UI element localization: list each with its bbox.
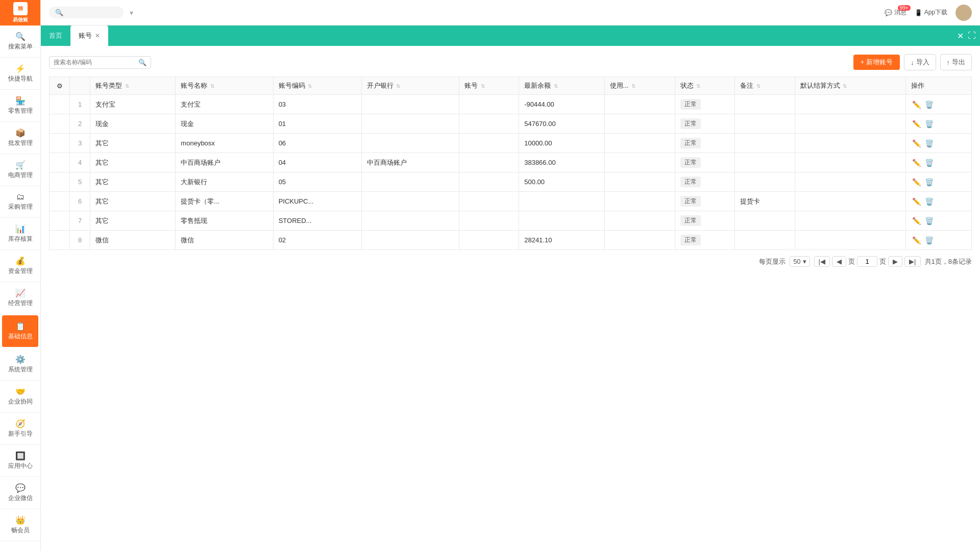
tab-account[interactable]: 账号 ✕ (70, 26, 108, 46)
sidebar-item-search-menu[interactable]: 🔍搜索菜单 (0, 26, 40, 58)
row-bank-cell (361, 114, 459, 134)
sidebar-item-vip-member[interactable]: 👑畅会员 (0, 509, 40, 541)
export-label: 导出 (952, 58, 965, 67)
status-badge: 正常 (680, 138, 701, 148)
status-badge: 正常 (680, 157, 701, 168)
avatar[interactable] (955, 5, 972, 21)
row-edit-button[interactable]: ✏️ (911, 177, 922, 187)
row-delete-button[interactable]: 🗑️ (924, 235, 935, 245)
topbar-search-input[interactable] (66, 9, 117, 16)
row-delete-button[interactable]: 🗑️ (924, 99, 935, 110)
tab-home[interactable]: 首页 (41, 26, 70, 46)
row-delete-button[interactable]: 🗑️ (924, 196, 935, 207)
page-last-button[interactable]: ▶| (904, 256, 920, 267)
tab-account-close[interactable]: ✕ (95, 33, 100, 39)
sidebar-item-system-mgmt[interactable]: ⚙️系统管理 (0, 348, 40, 381)
col-account[interactable]: 账号 ⇅ (459, 77, 519, 95)
topbar-dropdown-icon[interactable]: ▾ (130, 9, 133, 17)
status-badge: 正常 (680, 235, 701, 245)
sidebar-item-retail-mgmt[interactable]: 🏪零售管理 (0, 90, 40, 122)
page-prev-button[interactable]: ◀ (832, 256, 846, 267)
col-code[interactable]: 账号编码 ⇅ (273, 77, 361, 95)
row-delete-button[interactable]: 🗑️ (924, 119, 935, 129)
tab-minimize-icon[interactable]: ✕ (957, 31, 964, 41)
row-edit-button[interactable]: ✏️ (911, 235, 922, 245)
purchase-mgmt-icon: 🗂 (4, 192, 36, 202)
sidebar-item-ecommerce-mgmt[interactable]: 🛒电商管理 (0, 154, 40, 186)
sidebar-item-corp-agreement[interactable]: 🤝企业协同 (0, 381, 40, 413)
page-total-label: 共1页，8条记录 (925, 257, 972, 266)
row-edit-button[interactable]: ✏️ (911, 99, 922, 110)
topbar: 🔍 ▾ 💬 消息 99+ 📱 App下载 (41, 0, 980, 26)
page-size-select[interactable]: 50 ▾ (790, 256, 810, 267)
sidebar-item-basic-info[interactable]: 📋基础信息 (2, 315, 38, 347)
col-num (70, 77, 90, 95)
row-delete-button[interactable]: 🗑️ (924, 177, 935, 187)
sidebar-item-new-guide[interactable]: 🧭新手引导 (0, 413, 40, 445)
row-bank-cell (361, 134, 459, 153)
content-area: 🔍 + 新增账号 ↓ 导入 ↑ 导出 ⚙ 账号类型 ⇅ (41, 46, 980, 551)
add-account-button[interactable]: + 新增账号 (853, 55, 900, 70)
search-input[interactable] (54, 59, 135, 66)
col-remark[interactable]: 备注 ⇅ (735, 77, 795, 95)
page-first-button[interactable]: |◀ (814, 256, 830, 267)
row-action-cell: ✏️ 🗑️ (906, 114, 972, 134)
retail-mgmt-icon: 🏪 (4, 96, 36, 106)
row-settings-cell (50, 192, 70, 211)
app-download-button[interactable]: 📱 App下载 (915, 8, 947, 17)
row-code-cell: 06 (273, 134, 361, 153)
row-name-cell: 提货卡（零... (176, 192, 273, 211)
col-balance[interactable]: 最新余额 ⇅ (519, 77, 604, 95)
row-settings-cell (50, 231, 70, 250)
row-edit-button[interactable]: ✏️ (911, 158, 922, 168)
row-name-cell: 现金 (176, 114, 273, 134)
row-default-payment-cell (795, 134, 906, 153)
capital-mgmt-icon: 💰 (4, 256, 36, 266)
sidebar-item-quick-nav[interactable]: ⚡快捷导航 (0, 58, 40, 90)
col-type[interactable]: 账号类型 ⇅ (90, 77, 176, 95)
sidebar-item-inventory[interactable]: 📊库存核算 (0, 218, 40, 250)
row-action-cell: ✏️ 🗑️ (906, 192, 972, 211)
search-icon[interactable]: 🔍 (138, 59, 146, 66)
row-balance-cell: 500.00 (519, 172, 604, 192)
search-box[interactable]: 🔍 (49, 56, 151, 69)
row-remark-cell (735, 114, 795, 134)
row-edit-button[interactable]: ✏️ (911, 119, 922, 129)
row-edit-button[interactable]: ✏️ (911, 138, 922, 148)
import-button[interactable]: ↓ 导入 (904, 54, 936, 70)
sidebar-item-app-center[interactable]: 🔲应用中心 (0, 445, 40, 477)
row-delete-button[interactable]: 🗑️ (924, 138, 935, 148)
vip-member-icon: 👑 (4, 515, 36, 525)
sidebar-item-operations-mgmt[interactable]: 📈经营管理 (0, 282, 40, 314)
row-usage-cell (604, 153, 675, 172)
row-delete-button[interactable]: 🗑️ (924, 216, 935, 226)
row-code-cell: 02 (273, 231, 361, 250)
page-next-button[interactable]: ▶ (888, 256, 902, 267)
col-name[interactable]: 账号名称 ⇅ (176, 77, 273, 95)
row-edit-button[interactable]: ✏️ (911, 196, 922, 207)
col-status[interactable]: 状态 ⇅ (675, 77, 735, 95)
col-usage[interactable]: 使用... ⇅ (604, 77, 675, 95)
col-default-payment[interactable]: 默认结算方式 ⇅ (795, 77, 906, 95)
col-settings[interactable]: ⚙ (50, 77, 70, 95)
topbar-search-box[interactable]: 🔍 (49, 7, 124, 18)
tab-expand-icon[interactable]: ⛶ (968, 31, 976, 40)
sidebar-item-wholesale-mgmt[interactable]: 📦批发管理 (0, 122, 40, 154)
export-button[interactable]: ↑ 导出 (940, 54, 972, 70)
sidebar-item-corp-wechat[interactable]: 💬企业微信 (0, 477, 40, 509)
sidebar-label-new-guide: 新手引导 (8, 430, 33, 437)
sidebar-item-capital-mgmt[interactable]: 💰资金管理 (0, 250, 40, 282)
page-input[interactable] (857, 256, 877, 267)
pagination-bar: 每页显示 50 ▾ |◀ ◀ 页 页 ▶ ▶| 共1页，8条记录 (49, 250, 972, 269)
row-remark-cell (735, 134, 795, 153)
sidebar-item-purchase-mgmt[interactable]: 🗂采购管理 (0, 186, 40, 218)
message-button[interactable]: 💬 消息 99+ (885, 8, 906, 17)
row-usage-cell (604, 192, 675, 211)
row-bank-cell (361, 192, 459, 211)
row-delete-button[interactable]: 🗑️ (924, 158, 935, 168)
col-bank[interactable]: 开户银行 ⇅ (361, 77, 459, 95)
row-edit-button[interactable]: ✏️ (911, 216, 922, 226)
sidebar-label-app-center: 应用中心 (8, 462, 33, 469)
row-type-cell: 其它 (90, 192, 176, 211)
row-balance-cell: 547670.00 (519, 114, 604, 134)
